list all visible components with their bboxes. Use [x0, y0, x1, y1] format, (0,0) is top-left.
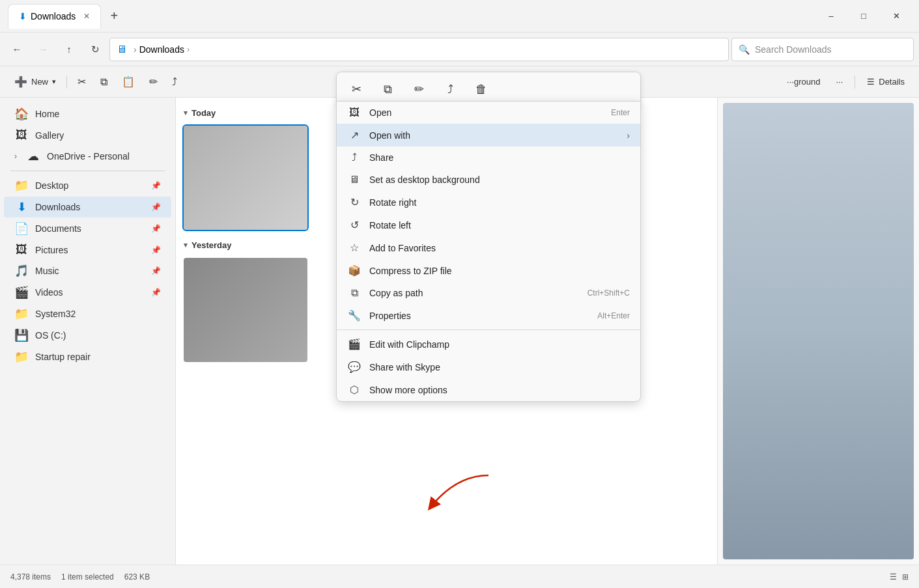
ctx-rotate-left-label: Rotate left: [369, 220, 411, 231]
ctx-properties-label: Properties: [369, 311, 411, 321]
ctx-favorites-item[interactable]: ☆ Add to Favorites: [337, 236, 640, 259]
ctx-rotate-right-item[interactable]: ↻ Rotate right: [337, 191, 640, 214]
ctx-rotate-left-icon: ↺: [347, 219, 361, 231]
ctx-clipchamp-label: Edit with Clipchamp: [369, 339, 449, 350]
ctx-open-label: Open: [369, 107, 391, 118]
ctx-rotate-right-label: Rotate right: [369, 197, 416, 208]
ctx-delete-button[interactable]: 🗑: [470, 77, 493, 101]
ctx-open-with-icon: ↗: [347, 129, 361, 141]
ctx-properties-icon: 🔧: [347, 309, 361, 322]
context-menu: 🖼 Open Enter ↗ Open with › ⤴ Share 🖥 Set…: [336, 101, 641, 402]
ctx-separator: [337, 329, 640, 330]
ctx-set-desktop-item[interactable]: 🖥 Set as desktop background: [337, 169, 640, 191]
ctx-more-options-icon: ⬡: [347, 384, 361, 396]
ctx-rotate-left-item[interactable]: ↺ Rotate left: [337, 214, 640, 236]
ctx-properties-item[interactable]: 🔧 Properties Alt+Enter: [337, 304, 640, 327]
ctx-skype-label: Share with Skype: [369, 362, 440, 372]
ctx-more-options-item[interactable]: ⬡ Show more options: [337, 378, 640, 401]
ctx-compress-icon: 📦: [347, 264, 361, 277]
ctx-copy-path-label: Copy as path: [369, 288, 423, 298]
ctx-desktop-icon: 🖥: [347, 174, 361, 186]
ctx-copy-path-icon: ⧉: [347, 287, 361, 299]
ctx-rotate-right-icon: ↻: [347, 196, 361, 208]
ctx-copy-button[interactable]: ⧉: [376, 77, 399, 101]
ctx-cut-button[interactable]: ✂: [345, 77, 368, 101]
ctx-more-options-label: Show more options: [369, 385, 447, 395]
context-menu-overlay: ✂ ⧉ ✏ ⤴ 🗑 🖼 Open Enter ↗ Open with › ⤴ S…: [0, 0, 919, 588]
ctx-skype-icon: 💬: [347, 361, 361, 373]
ctx-open-item[interactable]: 🖼 Open Enter: [337, 102, 640, 124]
ctx-compress-label: Compress to ZIP file: [369, 266, 452, 276]
ctx-arrow-icon: ›: [627, 130, 630, 141]
ctx-share-icon: ⤴: [347, 152, 361, 163]
ctx-clipchamp-icon: 🎬: [347, 338, 361, 350]
ctx-set-desktop-label: Set as desktop background: [369, 175, 480, 185]
ctx-rename-button[interactable]: ✏: [407, 77, 431, 101]
ctx-copy-path-shortcut: Ctrl+Shift+C: [587, 288, 630, 298]
ctx-clipchamp-item[interactable]: 🎬 Edit with Clipchamp: [337, 333, 640, 356]
ctx-skype-item[interactable]: 💬 Share with Skype: [337, 356, 640, 378]
ctx-favorites-label: Add to Favorites: [369, 243, 436, 253]
ctx-compress-item[interactable]: 📦 Compress to ZIP file: [337, 259, 640, 282]
ctx-share-item[interactable]: ⤴ Share: [337, 147, 640, 169]
ctx-open-with-item[interactable]: ↗ Open with ›: [337, 124, 640, 147]
arrow-annotation: [378, 469, 508, 521]
ctx-properties-shortcut: Alt+Enter: [597, 311, 630, 320]
ctx-share-button[interactable]: ⤴: [438, 77, 462, 101]
ctx-open-icon: 🖼: [347, 107, 361, 119]
ctx-open-shortcut: Enter: [611, 108, 630, 117]
ctx-copy-path-item[interactable]: ⧉ Copy as path Ctrl+Shift+C: [337, 282, 640, 304]
ctx-share-label: Share: [369, 152, 393, 163]
ctx-open-with-label: Open with: [369, 130, 410, 141]
ctx-favorites-icon: ☆: [347, 242, 361, 254]
